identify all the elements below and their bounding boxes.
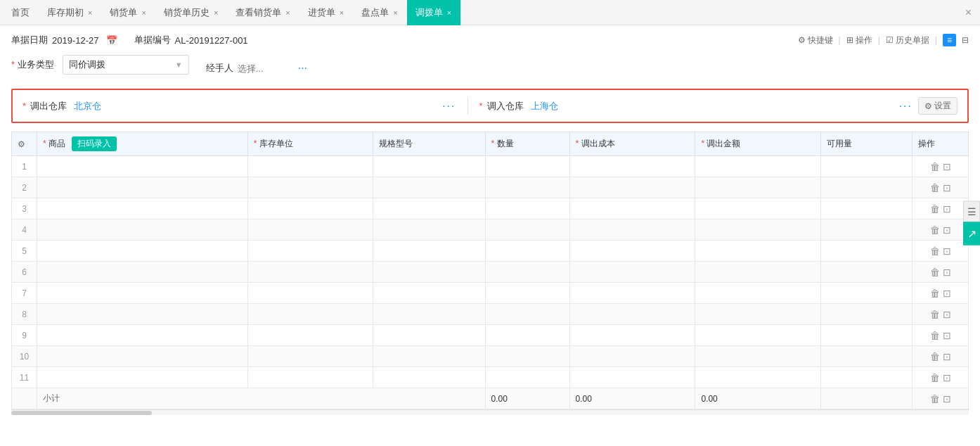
cell-spec[interactable]	[373, 198, 485, 219]
close-tab-6[interactable]: ×	[393, 8, 397, 17]
cell-goods[interactable]	[37, 241, 248, 262]
cell-qty[interactable]	[485, 262, 569, 283]
cell-available[interactable]	[821, 198, 913, 219]
cell-unit[interactable]	[247, 156, 373, 177]
business-type-select[interactable]: 同价调拨 ▼	[63, 55, 189, 75]
cell-unit[interactable]	[247, 198, 373, 219]
cell-available[interactable]	[821, 241, 913, 262]
cell-cost[interactable]	[569, 241, 695, 262]
delete-icon[interactable]: 🗑	[930, 203, 940, 215]
cell-goods[interactable]	[37, 325, 248, 346]
cell-cost[interactable]	[569, 198, 695, 219]
cell-available[interactable]	[821, 304, 913, 325]
cell-available[interactable]	[821, 283, 913, 304]
cell-goods[interactable]	[37, 367, 248, 388]
tab-purchase[interactable]: 进货单 ×	[299, 0, 353, 25]
close-tab-1[interactable]: ×	[88, 8, 92, 17]
copy-icon[interactable]: ⊡	[943, 161, 951, 172]
date-value[interactable]: 2019-12-27	[52, 35, 99, 46]
tab-sales-history[interactable]: 销货单历史 ×	[155, 0, 227, 25]
delete-icon[interactable]: 🗑	[930, 246, 940, 257]
copy-icon[interactable]: ⊡	[943, 330, 951, 341]
cell-qty[interactable]	[485, 283, 569, 304]
copy-icon[interactable]: ⊡	[943, 203, 951, 215]
cell-amount[interactable]	[695, 304, 821, 325]
cell-spec[interactable]	[373, 346, 485, 367]
cell-available[interactable]	[821, 346, 913, 367]
person-input[interactable]	[238, 63, 294, 74]
cell-cost[interactable]	[569, 177, 695, 198]
cell-goods[interactable]	[37, 304, 248, 325]
cell-spec[interactable]	[373, 304, 485, 325]
float-expand-btn[interactable]: ↗	[963, 222, 980, 246]
cell-unit[interactable]	[247, 219, 373, 241]
cell-qty[interactable]	[485, 325, 569, 346]
cell-available[interactable]	[821, 262, 913, 283]
history-btn[interactable]: ☑ 历史单据	[886, 34, 929, 46]
copy-icon-sub[interactable]: ⊡	[943, 393, 951, 404]
cell-qty[interactable]	[485, 177, 569, 198]
delete-icon[interactable]: 🗑	[930, 267, 940, 278]
cell-unit[interactable]	[247, 346, 373, 367]
cell-goods[interactable]	[37, 156, 248, 177]
cell-qty[interactable]	[485, 156, 569, 177]
warehouse-in-more[interactable]: ···	[899, 100, 913, 113]
cell-goods[interactable]	[37, 262, 248, 283]
delete-icon[interactable]: 🗑	[930, 161, 940, 172]
cell-available[interactable]	[821, 219, 913, 241]
cell-goods[interactable]	[37, 219, 248, 241]
cell-unit[interactable]	[247, 241, 373, 262]
cell-qty[interactable]	[485, 219, 569, 241]
tab-view-sales[interactable]: 查看销货单 ×	[227, 0, 299, 25]
operations-btn[interactable]: ⊞ 操作	[846, 34, 872, 46]
calendar-icon[interactable]: 📅	[106, 35, 117, 46]
close-tab-4[interactable]: ×	[285, 8, 290, 17]
cell-unit[interactable]	[247, 325, 373, 346]
copy-icon[interactable]: ⊡	[943, 372, 951, 383]
delete-icon[interactable]: 🗑	[930, 372, 940, 383]
scroll-bar-thumb[interactable]	[11, 411, 152, 415]
cell-cost[interactable]	[569, 304, 695, 325]
cell-amount[interactable]	[695, 241, 821, 262]
person-more-btn[interactable]: ···	[298, 62, 307, 75]
cell-spec[interactable]	[373, 283, 485, 304]
close-tab-2[interactable]: ×	[141, 8, 146, 17]
scan-button[interactable]: 扫码录入	[72, 136, 117, 151]
cell-spec[interactable]	[373, 262, 485, 283]
close-tab-3[interactable]: ×	[214, 8, 218, 17]
cell-amount[interactable]	[695, 283, 821, 304]
cell-unit[interactable]	[247, 304, 373, 325]
cell-unit[interactable]	[247, 367, 373, 388]
cell-goods[interactable]	[37, 283, 248, 304]
table-gear-icon[interactable]: ⚙	[18, 139, 25, 149]
cell-cost[interactable]	[569, 346, 695, 367]
tab-sales-order[interactable]: 销货单 ×	[101, 0, 155, 25]
layout-btn-1[interactable]: ≡	[943, 34, 956, 46]
warehouse-in-value[interactable]: 上海仓	[531, 100, 558, 113]
cell-spec[interactable]	[373, 177, 485, 198]
copy-icon[interactable]: ⊡	[943, 267, 951, 278]
cell-cost[interactable]	[569, 283, 695, 304]
delete-icon[interactable]: 🗑	[930, 351, 940, 362]
cell-qty[interactable]	[485, 304, 569, 325]
cell-amount[interactable]	[695, 156, 821, 177]
cell-amount[interactable]	[695, 346, 821, 367]
cell-amount[interactable]	[695, 177, 821, 198]
cell-amount[interactable]	[695, 262, 821, 283]
cell-amount[interactable]	[695, 325, 821, 346]
cell-amount[interactable]	[695, 367, 821, 388]
cell-unit[interactable]	[247, 262, 373, 283]
cell-cost[interactable]	[569, 367, 695, 388]
cell-cost[interactable]	[569, 262, 695, 283]
cell-cost[interactable]	[569, 156, 695, 177]
delete-icon-sub[interactable]: 🗑	[930, 393, 940, 404]
copy-icon[interactable]: ⊡	[943, 288, 951, 299]
delete-icon[interactable]: 🗑	[930, 288, 940, 299]
copy-icon[interactable]: ⊡	[943, 351, 951, 362]
cell-goods[interactable]	[37, 198, 248, 219]
close-tab-7[interactable]: ×	[447, 8, 451, 17]
close-all-tabs[interactable]: ×	[960, 6, 977, 19]
cell-qty[interactable]	[485, 198, 569, 219]
scroll-bar-area[interactable]	[11, 409, 969, 415]
shortcuts-btn[interactable]: ⚙ 快捷键	[798, 34, 833, 46]
